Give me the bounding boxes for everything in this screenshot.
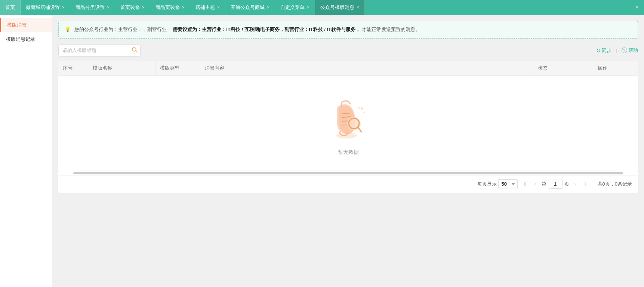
col-header-name: 模版名称 [88,61,155,75]
svg-line-1 [136,51,137,52]
main-layout: 模版消息 模版消息记录 💡 您的公众号行业为：主营行业：，副营行业： 需要设置为… [0,15,644,287]
empty-state: 暂无数据 [58,76,638,171]
search-icon[interactable] [132,47,138,54]
nav-tab-open-mall[interactable]: 开通公众号商城 × [225,0,275,15]
nav-tab-custom-menu[interactable]: 自定义菜单 × [275,0,315,15]
empty-illustration [326,98,371,143]
scroll-bar[interactable] [58,171,638,175]
page-first-button[interactable]: ⟪ [521,180,530,189]
close-open-mall-icon[interactable]: × [267,5,269,10]
page-nav: ⟪ ‹ 第 页 › ⟫ [521,180,590,189]
col-header-type: 模版类型 [155,61,200,75]
close-theme-icon[interactable]: × [217,5,220,10]
scroll-thumb[interactable] [73,172,623,174]
col-header-content: 消息内容 [200,61,533,75]
search-input-wrap [58,45,141,57]
nav-tab-home[interactable]: 首页 [0,0,21,15]
table: 序号 模版名称 模版类型 消息内容 状态 操作 [58,61,638,193]
sync-button[interactable]: ↻ 同步 [596,47,611,54]
nav-tab-template-msg[interactable]: 公众号模版消息 × [315,0,365,15]
sidebar: 模版消息 模版消息记录 [0,15,52,287]
sync-icon: ↻ [596,48,601,54]
page-prev-button[interactable]: ‹ [531,180,540,189]
divider: | [614,48,619,53]
close-custom-menu-icon[interactable]: × [307,5,309,10]
nav-tab-product-decor[interactable]: 商品页装修 × [150,0,190,15]
nav-tab-homepage-decor[interactable]: 首页装修 × [115,0,150,15]
empty-text: 暂无数据 [338,149,359,156]
close-product-decor-icon[interactable]: × [182,5,185,10]
svg-point-11 [363,112,365,113]
close-all-button[interactable]: × [630,4,644,11]
col-header-status: 状态 [533,61,593,75]
search-bar: ↻ 同步 | ? 帮助 [58,45,638,57]
nav-tab-category[interactable]: 商品分类设置 × [70,0,115,15]
content-area: 💡 您的公众号行业为：主营行业：，副营行业： 需要设置为：主营行业：IT科技 /… [52,15,644,287]
page-size-dropdown[interactable]: 50 10 20 100 [498,179,518,189]
search-right: ↻ 同步 | ? 帮助 [596,47,638,54]
page-number-input[interactable] [548,180,563,189]
nav-tab-theme[interactable]: 店铺主题 × [190,0,225,15]
close-store-settings-icon[interactable]: × [62,5,65,10]
search-input[interactable] [58,45,141,57]
svg-line-9 [358,127,361,132]
notice-icon: 💡 [65,27,71,32]
col-header-index: 序号 [58,61,88,75]
sidebar-item-template-msg-log[interactable]: 模版消息记录 [0,32,52,46]
pagination: 每页显示 50 10 20 100 ⟪ ‹ 第 页 › ⟫ [58,175,638,193]
svg-point-10 [361,107,363,110]
page-total: 共0页，0条记录 [598,181,632,187]
sidebar-item-template-msg[interactable]: 模版消息 [0,18,52,32]
table-header: 序号 模版名称 模版类型 消息内容 状态 操作 [58,61,638,76]
close-template-msg-icon[interactable]: × [357,5,359,10]
top-nav: 首页 微商城店铺设置 × 商品分类设置 × 首页装修 × 商品页装修 × 店铺主… [0,0,644,15]
close-homepage-decor-icon[interactable]: × [142,5,145,10]
notice-box: 💡 您的公众号行业为：主营行业：，副营行业： 需要设置为：主营行业：IT科技 /… [58,21,638,39]
search-left [58,45,141,57]
page-size-select: 每页显示 50 10 20 100 [477,179,518,189]
page-last-button[interactable]: ⟫ [581,180,590,189]
close-category-icon[interactable]: × [107,5,110,10]
col-header-action: 操作 [593,61,638,75]
page-next-button[interactable]: › [571,180,580,189]
help-button[interactable]: ? 帮助 [622,47,638,54]
help-icon: ? [622,48,627,53]
nav-tab-store-settings[interactable]: 微商城店铺设置 × [21,0,70,15]
